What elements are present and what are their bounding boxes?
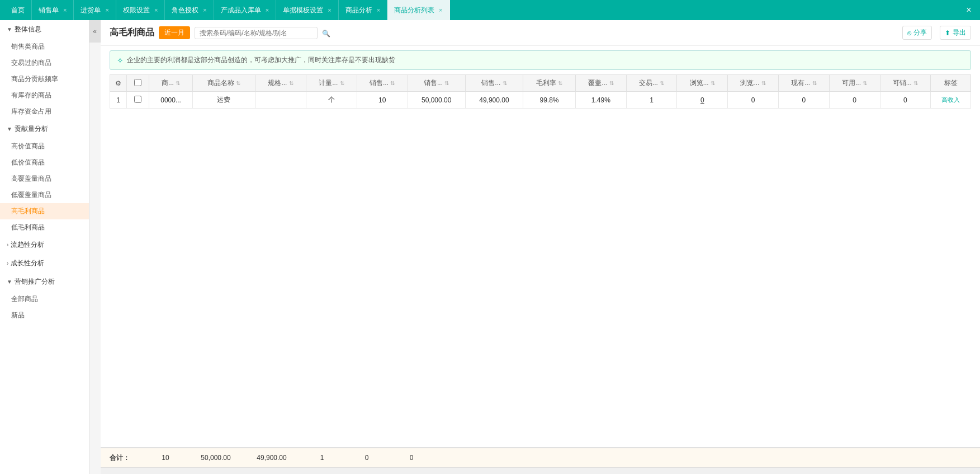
close-purchase-order[interactable]: × bbox=[105, 7, 108, 13]
close-product-analysis[interactable]: × bbox=[377, 7, 380, 13]
sort-icon-name[interactable]: ⇅ bbox=[236, 80, 240, 86]
sidebar-item-new-goods[interactable]: 新品 bbox=[0, 307, 89, 323]
sidebar-item-low-margin[interactable]: 低毛利商品 bbox=[0, 219, 89, 236]
sidebar-item-high-margin[interactable]: 高毛利商品 bbox=[0, 203, 89, 219]
window-close-button[interactable]: × bbox=[962, 3, 976, 17]
share-button[interactable]: ⎋ 分享 bbox=[902, 26, 932, 40]
tab-product-analysis[interactable]: 商品分析 × bbox=[339, 0, 387, 20]
sort-icon-spec[interactable]: ⇅ bbox=[289, 80, 293, 86]
row-current-stock: 0 bbox=[779, 92, 830, 109]
col-settings[interactable]: ⚙ bbox=[110, 75, 127, 92]
sidebar-item-inventory-capital[interactable]: 库存资金占用 bbox=[0, 104, 89, 120]
table-container: ⚙ 商... ⇅ 商品名称 ⇅ bbox=[101, 74, 980, 447]
col-browse-rate[interactable]: 浏览... ⇅ bbox=[677, 75, 728, 92]
sidebar-item-all-goods[interactable]: 全部商品 bbox=[0, 291, 89, 307]
arrow-trend: › bbox=[7, 242, 8, 248]
search-button[interactable]: 🔍 bbox=[322, 29, 330, 37]
col-gross-margin[interactable]: 毛利率 ⇅ bbox=[523, 75, 576, 92]
col-transactions[interactable]: 交易... ⇅ bbox=[626, 75, 677, 92]
sidebar-group-growth[interactable]: › 成长性分析 bbox=[0, 254, 89, 273]
sidebar-wrapper: ▼ 整体信息 销售类商品 交易过的商品 商品分贡献频率 有库存的商品 库存资金占… bbox=[0, 20, 101, 474]
sort-icon-current-stock[interactable]: ⇅ bbox=[812, 80, 817, 86]
sidebar-group-contribution[interactable]: ▼ 贡献量分析 bbox=[0, 120, 89, 138]
export-button[interactable]: ⬆ 导出 bbox=[940, 26, 971, 40]
row-browse-count: 0 bbox=[728, 92, 779, 109]
close-sales-order[interactable]: × bbox=[63, 7, 67, 13]
close-role-auth[interactable]: × bbox=[203, 7, 206, 13]
tab-role-auth[interactable]: 角色授权 × bbox=[165, 0, 214, 20]
tab-home[interactable]: 首页 bbox=[4, 0, 32, 20]
row-name[interactable]: 运费 bbox=[192, 92, 255, 109]
col-sellable-stock[interactable]: 可销... ⇅ bbox=[880, 75, 931, 92]
col-sales-amount[interactable]: 销售... ⇅ bbox=[408, 75, 465, 92]
settings-icon[interactable]: ⚙ bbox=[115, 79, 121, 87]
sidebar-group-overall[interactable]: ▼ 整体信息 bbox=[0, 20, 89, 39]
sidebar-item-low-value[interactable]: 低价值商品 bbox=[0, 154, 89, 171]
tab-template-settings[interactable]: 单据模板设置 × bbox=[276, 0, 338, 20]
col-current-stock[interactable]: 现有... ⇅ bbox=[779, 75, 830, 92]
row-unit: 个 bbox=[306, 92, 357, 109]
close-permission-settings[interactable]: × bbox=[154, 7, 158, 13]
sidebar-item-low-coverage[interactable]: 低覆盖量商品 bbox=[0, 187, 89, 203]
sort-icon-sales-qty[interactable]: ⇅ bbox=[390, 80, 395, 86]
sort-icon-code[interactable]: ⇅ bbox=[176, 80, 180, 86]
row-coverage: 1.49% bbox=[575, 92, 626, 109]
search-input[interactable] bbox=[195, 27, 318, 39]
sort-icon-browse-rate[interactable]: ⇅ bbox=[711, 80, 715, 86]
select-all-checkbox[interactable] bbox=[134, 79, 141, 86]
sort-icon-available-stock[interactable]: ⇅ bbox=[863, 80, 867, 86]
col-available-stock[interactable]: 可用... ⇅ bbox=[829, 75, 880, 92]
col-name[interactable]: 商品名称 ⇅ bbox=[192, 75, 255, 92]
sort-icon-transactions[interactable]: ⇅ bbox=[660, 80, 664, 86]
horizontal-scrollbar[interactable] bbox=[101, 467, 980, 474]
tab-permission-settings[interactable]: 权限设置 × bbox=[116, 0, 165, 20]
filter-period-button[interactable]: 近一月 bbox=[159, 26, 190, 39]
sort-icon-gross-margin[interactable]: ⇅ bbox=[558, 80, 562, 86]
col-tag[interactable]: 标签 bbox=[931, 75, 971, 92]
sidebar-item-high-value[interactable]: 高价值商品 bbox=[0, 138, 89, 154]
tab-sales-order[interactable]: 销售单 × bbox=[32, 0, 74, 20]
col-sales-cost[interactable]: 销售... ⇅ bbox=[465, 75, 523, 92]
close-product-analysis-list[interactable]: × bbox=[439, 7, 442, 13]
sidebar-collapse-button[interactable]: « bbox=[89, 20, 101, 43]
col-sales-qty[interactable]: 销售... ⇅ bbox=[357, 75, 408, 92]
row-sales-qty: 10 bbox=[357, 92, 408, 109]
row-code[interactable]: 0000... bbox=[149, 92, 192, 109]
search-icon: 🔍 bbox=[322, 30, 330, 37]
row-index: 1 bbox=[110, 92, 127, 109]
col-code[interactable]: 商... ⇅ bbox=[149, 75, 192, 92]
sidebar-item-sales-goods[interactable]: 销售类商品 bbox=[0, 39, 89, 55]
sort-icon-coverage[interactable]: ⇅ bbox=[609, 80, 614, 86]
footer-cells: 10 50,000.00 49,900.00 1 0 0 bbox=[143, 454, 971, 462]
col-checkbox[interactable] bbox=[127, 75, 149, 92]
col-coverage[interactable]: 覆盖... ⇅ bbox=[575, 75, 626, 92]
col-browse-count[interactable]: 浏览... ⇅ bbox=[728, 75, 779, 92]
row-checkbox[interactable] bbox=[134, 96, 141, 103]
tab-product-analysis-list[interactable]: 商品分析列表 × bbox=[387, 0, 449, 20]
content-area: 高毛利商品 近一月 🔍 ⎋ 分享 ⬆ 导出 ✧ 企业的主要的利润都是这部分商品创… bbox=[101, 20, 980, 474]
col-spec[interactable]: 规格... ⇅ bbox=[255, 75, 306, 92]
row-sales-cost: 49,900.00 bbox=[465, 92, 523, 109]
sidebar-group-marketing[interactable]: ▼ 营销推广分析 bbox=[0, 273, 89, 291]
sort-icon-browse-count[interactable]: ⇅ bbox=[761, 80, 766, 86]
row-checkbox-cell[interactable] bbox=[127, 92, 149, 109]
row-sales-amount: 50,000.00 bbox=[408, 92, 465, 109]
top-nav: 首页 销售单 × 进货单 × 权限设置 × 角色授权 × 产成品入库单 × 单据… bbox=[0, 0, 980, 20]
sort-icon-unit[interactable]: ⇅ bbox=[340, 80, 344, 86]
sort-icon-sales-amount[interactable]: ⇅ bbox=[444, 80, 449, 86]
tab-product-inbound[interactable]: 产成品入库单 × bbox=[214, 0, 276, 20]
sidebar-item-high-coverage[interactable]: 高覆盖量商品 bbox=[0, 171, 89, 187]
sort-icon-sellable-stock[interactable]: ⇅ bbox=[913, 80, 918, 86]
row-browse-rate[interactable]: 0 bbox=[677, 92, 728, 109]
tab-purchase-order[interactable]: 进货单 × bbox=[74, 0, 116, 20]
close-template-settings[interactable]: × bbox=[328, 7, 331, 13]
sidebar-item-contrib-rate[interactable]: 商品分贡献频率 bbox=[0, 71, 89, 87]
sidebar-item-traded-goods[interactable]: 交易过的商品 bbox=[0, 55, 89, 71]
sidebar-group-trend[interactable]: › 流趋性分析 bbox=[0, 236, 89, 254]
close-product-inbound[interactable]: × bbox=[266, 7, 269, 13]
row-sellable-stock: 0 bbox=[880, 92, 931, 109]
page-title: 高毛利商品 bbox=[110, 27, 154, 39]
sidebar-item-in-stock[interactable]: 有库存的商品 bbox=[0, 87, 89, 104]
sort-icon-sales-cost[interactable]: ⇅ bbox=[503, 80, 507, 86]
col-unit[interactable]: 计量... ⇅ bbox=[306, 75, 357, 92]
